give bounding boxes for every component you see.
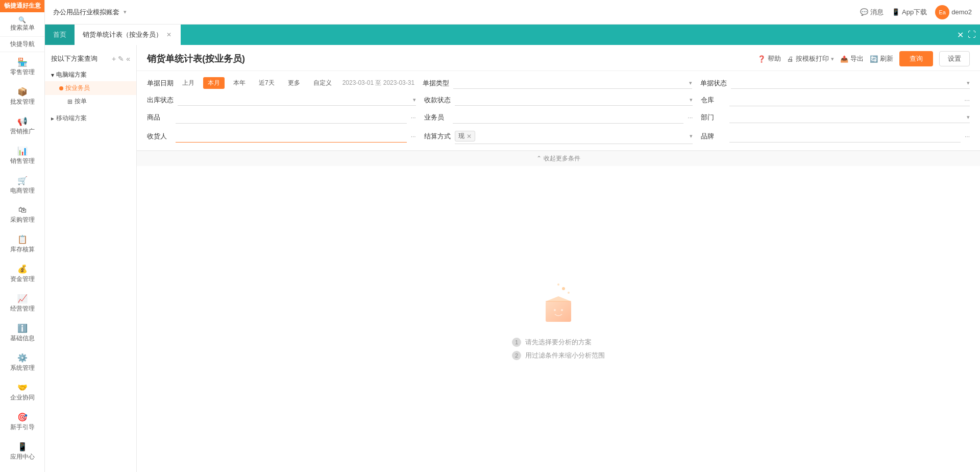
sidebar-item-label: 销售管理	[10, 157, 35, 166]
tab-report[interactable]: 销货单统计表（按业务员） ✕	[75, 25, 181, 45]
svg-point-5	[554, 309, 556, 311]
sidebar-quick-nav[interactable]: 快捷导航	[0, 37, 44, 52]
tab-close-btn[interactable]: ✕	[165, 31, 173, 38]
date-custom[interactable]: 自定义	[309, 77, 336, 89]
help-btn[interactable]: ❓ 帮助	[757, 54, 781, 63]
sidebar-item-finance[interactable]: 💰资金管理	[0, 259, 44, 289]
tab-maximize-btn[interactable]: ⛶	[968, 30, 976, 39]
sidebar-item-label: 库存核算	[10, 245, 35, 254]
sidebar-item-enterprise[interactable]: 🤝企业协同	[0, 377, 44, 407]
filter-row-2: 出库状态 收款状态 仓库	[147, 94, 970, 106]
top-header: 办公用品行业模拟账套 💬 消息 📱 App下载 Ea demo2	[45, 0, 980, 25]
tree-group-mobile-label[interactable]: 移动端方案	[45, 112, 136, 125]
user-menu[interactable]: Ea demo2	[935, 5, 972, 19]
enterprise-icon: 🤝	[17, 383, 28, 392]
date-last-month[interactable]: 上月	[178, 77, 199, 89]
sidebar-item-system[interactable]: ⚙️系统管理	[0, 348, 44, 377]
sidebar-item-operations[interactable]: 📈经营管理	[0, 289, 44, 318]
date-this-month[interactable]: 本月	[203, 77, 225, 89]
sidebar-logo: 畅捷通好生意	[0, 0, 44, 12]
print-dropdown-icon[interactable]	[831, 56, 834, 62]
sidebar-item-label: 企业协同	[10, 393, 35, 402]
sidebar-item-basic[interactable]: ℹ️基础信息	[0, 318, 44, 348]
date-this-year[interactable]: 本年	[229, 77, 250, 89]
collapse-icon: ⌃	[536, 155, 542, 162]
filter-brand: 品牌 ···	[701, 130, 970, 143]
svg-rect-0	[546, 301, 571, 322]
settle-tag-close[interactable]: ✕	[467, 133, 472, 140]
brand-input[interactable]	[729, 130, 961, 143]
svg-point-4	[568, 292, 570, 294]
date-range-display: 2023-03-01 至 2023-03-31	[342, 79, 414, 87]
marketing-icon: 📢	[17, 116, 28, 126]
settle-select[interactable]: 现 ✕	[455, 129, 693, 144]
department-select[interactable]	[729, 112, 970, 123]
message-btn[interactable]: 💬 消息	[860, 8, 884, 17]
basic-icon: ℹ️	[17, 323, 28, 333]
tree-item-by-salesperson[interactable]: 按业务员	[45, 81, 136, 95]
date-last-7[interactable]: 近7天	[254, 77, 279, 89]
sidebar-item-purchase[interactable]: 🛍采购管理	[0, 200, 44, 229]
home-tab-label: 首页	[53, 30, 66, 39]
receiver-dots[interactable]: ···	[411, 133, 416, 140]
sidebar-item-wechat[interactable]: 💬企业微信	[0, 466, 44, 472]
doc-status-select[interactable]	[731, 78, 970, 89]
svg-point-6	[561, 309, 563, 311]
apps-icon: 📱	[17, 442, 28, 452]
brand-dots[interactable]: ···	[965, 133, 970, 140]
warehouse-dots[interactable]: ···	[964, 96, 970, 104]
collapse-panel-btn[interactable]: «	[126, 55, 130, 63]
tree-item-by-order[interactable]: ⊞ 按单	[45, 95, 136, 108]
sidebar-item-sales[interactable]: 📊销售管理	[0, 141, 44, 171]
refresh-btn[interactable]: 🔄 刷新	[870, 54, 893, 63]
warehouse-select[interactable]: ···	[729, 94, 970, 106]
settings-button[interactable]: 设置	[939, 51, 970, 66]
collapse-bar[interactable]: ⌃ 收起更多条件	[137, 151, 980, 166]
doc-type-select[interactable]	[453, 78, 692, 89]
doc-type-chevron	[689, 80, 692, 86]
print-btn[interactable]: 🖨 按模板打印	[787, 54, 834, 63]
sidebar-item-wholesale[interactable]: 📦批发管理	[0, 82, 44, 111]
app-download-btn[interactable]: 📱 App下载	[892, 8, 927, 17]
sidebar-item-label: 新手引导	[10, 423, 35, 432]
sidebar-item-marketing[interactable]: 📢营销推广	[0, 111, 44, 141]
sidebar-item-label: 批发管理	[10, 98, 35, 106]
page-content: 按以下方案查询 + ✎ « 电脑端方案 按业务员 ⊞ 按单	[45, 45, 980, 472]
sidebar-item-label: 电商管理	[10, 186, 35, 195]
inventory-icon: 📋	[17, 234, 28, 244]
product-dots[interactable]: ···	[411, 114, 416, 121]
recv-status-select[interactable]	[455, 95, 693, 106]
sidebar-item-apps[interactable]: 📱应用中心	[0, 437, 44, 466]
filter-warehouse: 仓库 ···	[701, 94, 970, 106]
export-btn[interactable]: 📤 导出	[840, 54, 864, 63]
product-input[interactable]	[176, 111, 407, 124]
filter-date: 单据日期 上月 本月 本年 近7天 更多 自定义 2023-03-01 至 20…	[147, 77, 414, 89]
receiver-input[interactable]	[176, 130, 407, 143]
search-icon: 🔍	[18, 16, 26, 23]
edit-scheme-btn[interactable]: ✎	[118, 55, 124, 63]
sidebar-item-guide[interactable]: 🎯新手引导	[0, 407, 44, 437]
header-dropdown-icon[interactable]	[124, 9, 127, 15]
sidebar-item-retail[interactable]: 🏪零售管理	[0, 52, 44, 82]
tree-group-desktop-label[interactable]: 电脑端方案	[45, 68, 136, 81]
add-scheme-btn[interactable]: +	[112, 55, 116, 63]
out-status-select[interactable]	[178, 95, 416, 106]
header-right: 💬 消息 📱 App下载 Ea demo2	[860, 5, 972, 19]
avatar: Ea	[935, 5, 949, 19]
tab-close-window-btn[interactable]: ✕	[957, 30, 964, 40]
salesperson-input[interactable]	[453, 111, 684, 124]
filter-out-status: 出库状态	[147, 95, 416, 106]
page-title: 销货单统计表(按业务员)	[147, 53, 245, 65]
filter-receiver: 收货人 ···	[147, 130, 416, 143]
sidebar-item-ecom[interactable]: 🛒电商管理	[0, 171, 44, 200]
salesperson-dots[interactable]: ···	[688, 114, 693, 121]
query-button[interactable]: 查询	[899, 51, 933, 66]
tab-home[interactable]: 首页	[45, 25, 75, 45]
doc-status-chevron	[967, 80, 970, 86]
sidebar-search[interactable]: 🔍 搜索菜单	[0, 12, 44, 37]
guide-icon: 🎯	[17, 412, 28, 422]
date-more[interactable]: 更多	[283, 77, 305, 89]
header-dropdown-label[interactable]: 办公用品行业模拟账套	[53, 8, 119, 17]
sidebar-item-inventory[interactable]: 📋库存核算	[0, 229, 44, 259]
refresh-icon: 🔄	[870, 55, 878, 63]
